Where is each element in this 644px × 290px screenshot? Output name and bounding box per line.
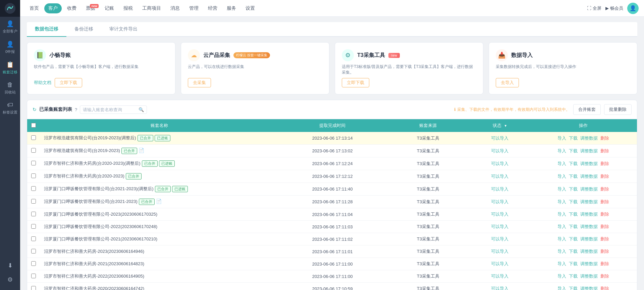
merge-btn[interactable]: 合并账套 xyxy=(573,104,601,115)
action-btn-调整数据[interactable]: 调整数据 xyxy=(579,224,599,230)
action-btn-调整数据[interactable]: 调整数据 xyxy=(579,161,599,167)
row-checkbox[interactable] xyxy=(31,199,36,204)
help-doc-btn[interactable]: 帮助文档 xyxy=(34,80,51,86)
action-btn-导入[interactable]: 导入 xyxy=(556,236,568,242)
sidebar-item-download[interactable]: ⬇ xyxy=(0,259,20,273)
nav-settings[interactable]: 设置 xyxy=(241,3,259,13)
action-btn-删除[interactable]: 删除 xyxy=(599,199,610,205)
nav-invoice[interactable]: 票据 new xyxy=(82,3,99,13)
user-avatar[interactable]: 👤 xyxy=(627,3,639,14)
download-t3-btn[interactable]: 立即下载 xyxy=(342,78,369,87)
action-btn-下载[interactable]: 下载 xyxy=(568,261,579,267)
nav-business[interactable]: 工商项目 xyxy=(138,3,165,13)
action-btn-导入[interactable]: 导入 xyxy=(556,161,568,167)
action-btn-调整数据[interactable]: 调整数据 xyxy=(579,199,599,205)
nav-tax[interactable]: 报税 xyxy=(119,3,137,13)
action-btn-调整数据[interactable]: 调整数据 xyxy=(579,273,599,279)
row-checkbox[interactable] xyxy=(31,249,36,253)
action-btn-删除[interactable]: 删除 xyxy=(599,186,610,192)
nav-operations[interactable]: 经营 xyxy=(204,3,221,13)
action-btn-删除[interactable]: 删除 xyxy=(599,224,610,230)
action-btn-导入[interactable]: 导入 xyxy=(556,186,568,192)
nav-client[interactable]: 客户 xyxy=(44,3,62,13)
row-checkbox[interactable] xyxy=(31,173,36,178)
row-checkbox[interactable] xyxy=(31,148,36,153)
row-checkbox[interactable] xyxy=(31,286,36,290)
nav-billing[interactable]: 收费 xyxy=(63,3,80,13)
row-checkbox[interactable] xyxy=(31,161,36,165)
select-all-checkbox[interactable] xyxy=(31,123,36,128)
action-btn-调整数据[interactable]: 调整数据 xyxy=(579,135,599,141)
action-btn-删除[interactable]: 删除 xyxy=(599,286,610,290)
action-btn-导入[interactable]: 导入 xyxy=(556,286,568,290)
nav-messages[interactable]: 消息 xyxy=(166,3,184,13)
action-btn-调整数据[interactable]: 调整数据 xyxy=(579,173,599,179)
action-btn-调整数据[interactable]: 调整数据 xyxy=(579,261,599,267)
action-btn-下载[interactable]: 下载 xyxy=(568,236,579,242)
go-collect-btn[interactable]: 去采集 xyxy=(188,78,211,87)
nav-management[interactable]: 管理 xyxy=(185,3,203,13)
action-btn-导入[interactable]: 导入 xyxy=(556,248,568,255)
action-btn-下载[interactable]: 下载 xyxy=(568,148,579,154)
action-btn-调整数据[interactable]: 调整数据 xyxy=(579,286,599,290)
row-checkbox[interactable] xyxy=(31,224,36,229)
row-checkbox[interactable] xyxy=(31,135,36,140)
action-btn-下载[interactable]: 下载 xyxy=(568,286,579,290)
action-btn-删除[interactable]: 删除 xyxy=(599,261,610,267)
tab-audit-export[interactable]: 审计文件导出 xyxy=(101,22,146,37)
nav-bookkeeping[interactable]: 记账 xyxy=(101,3,118,13)
action-btn-下载[interactable]: 下载 xyxy=(568,161,579,167)
tab-data-migration[interactable]: 数据包迁移 xyxy=(27,22,66,37)
action-btn-导入[interactable]: 导入 xyxy=(556,211,568,217)
action-btn-导入[interactable]: 导入 xyxy=(556,261,568,267)
action-btn-下载[interactable]: 下载 xyxy=(568,135,579,141)
action-btn-下载[interactable]: 下载 xyxy=(568,173,579,179)
batch-delete-btn[interactable]: 批量删除 xyxy=(604,104,632,115)
download-now-btn[interactable]: 立即下载 xyxy=(55,78,82,87)
action-btn-调整数据[interactable]: 调整数据 xyxy=(579,186,599,192)
sidebar-item-zero-report[interactable]: 👤 0申报 xyxy=(0,37,20,58)
action-btn-下载[interactable]: 下载 xyxy=(568,273,579,279)
sidebar-item-tag-settings[interactable]: 🏷 标签设置 xyxy=(0,98,20,118)
action-btn-调整数据[interactable]: 调整数据 xyxy=(579,148,599,154)
row-checkbox[interactable] xyxy=(31,212,36,216)
sidebar-item-recycle[interactable]: 🗑 回收站 xyxy=(0,78,20,98)
sidebar-item-account-migration[interactable]: 📋 账套迁移 xyxy=(0,58,20,78)
action-btn-导入[interactable]: 导入 xyxy=(556,199,568,205)
sidebar-item-user[interactable]: ⚙ xyxy=(0,273,20,287)
action-btn-删除[interactable]: 删除 xyxy=(599,173,610,179)
action-btn-删除[interactable]: 删除 xyxy=(599,248,610,255)
row-checkbox[interactable] xyxy=(31,236,36,241)
go-import-btn[interactable]: 去导入 xyxy=(496,78,519,87)
action-btn-删除[interactable]: 删除 xyxy=(599,161,610,167)
nav-home[interactable]: 首页 xyxy=(25,3,43,13)
action-btn-下载[interactable]: 下载 xyxy=(568,186,579,192)
row-checkbox[interactable] xyxy=(31,274,36,278)
app-logo[interactable] xyxy=(0,0,20,17)
action-btn-调整数据[interactable]: 调整数据 xyxy=(579,248,599,255)
action-btn-调整数据[interactable]: 调整数据 xyxy=(579,211,599,217)
action-btn-删除[interactable]: 删除 xyxy=(599,236,610,242)
refresh-icon[interactable]: ↻ xyxy=(33,107,37,112)
action-btn-删除[interactable]: 删除 xyxy=(599,273,610,279)
action-btn-删除[interactable]: 删除 xyxy=(599,135,610,141)
action-btn-下载[interactable]: 下载 xyxy=(568,199,579,205)
action-btn-导入[interactable]: 导入 xyxy=(556,224,568,230)
nav-service[interactable]: 服务 xyxy=(223,3,240,13)
fullscreen-btn[interactable]: ⛶ 全屏 xyxy=(587,5,601,11)
tab-backup-migration[interactable]: 备份迁移 xyxy=(66,22,101,37)
action-btn-删除[interactable]: 删除 xyxy=(599,211,610,217)
action-btn-导入[interactable]: 导入 xyxy=(556,135,568,141)
action-btn-导入[interactable]: 导入 xyxy=(556,273,568,279)
search-input[interactable] xyxy=(83,107,137,112)
action-btn-导入[interactable]: 导入 xyxy=(556,148,568,154)
member-btn[interactable]: ▶ 畅会员 xyxy=(605,5,623,11)
action-btn-导入[interactable]: 导入 xyxy=(556,173,568,179)
action-btn-下载[interactable]: 下载 xyxy=(568,248,579,255)
action-btn-删除[interactable]: 删除 xyxy=(599,148,610,154)
search-icon[interactable]: 🔍 xyxy=(139,107,144,112)
row-checkbox[interactable] xyxy=(31,261,36,266)
action-btn-下载[interactable]: 下载 xyxy=(568,211,579,217)
action-btn-下载[interactable]: 下载 xyxy=(568,224,579,230)
row-checkbox[interactable] xyxy=(31,186,36,191)
